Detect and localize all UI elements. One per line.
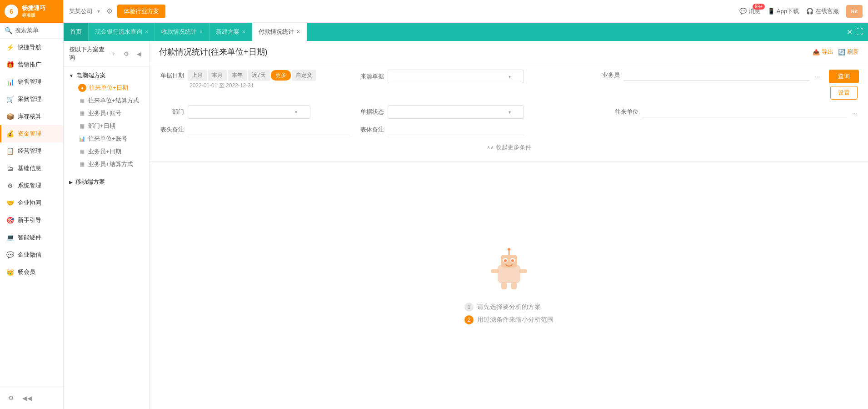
- scheme-table-icon: ▦: [78, 122, 85, 130]
- app-download-btn[interactable]: 📱 App下载: [768, 7, 799, 15]
- tip-num-1: 1: [464, 303, 474, 312]
- sidebar-item-label: 快捷导航: [18, 43, 41, 51]
- tab-cash-flow[interactable]: 现金银行流水查询 ×: [89, 23, 155, 41]
- tip-num-2: 2: [464, 315, 474, 324]
- tab-payment-stat[interactable]: 付款情况统计 ×: [252, 23, 307, 41]
- user-avatar[interactable]: Rit: [846, 5, 863, 18]
- scheme-item-unit-account[interactable]: 📊 往来单位+账号: [69, 132, 144, 145]
- sidebar-item-sales[interactable]: 📊 销售管理: [0, 73, 63, 91]
- export-btn[interactable]: 📤 导出: [813, 48, 833, 56]
- message-badge: 99+: [753, 4, 765, 10]
- svg-rect-11: [511, 282, 517, 289]
- tab-maximize-btn[interactable]: ⛶: [856, 28, 863, 36]
- svg-point-4: [504, 259, 507, 262]
- partner-dots-btn[interactable]: ...: [850, 109, 859, 116]
- mobile-scheme-group-title[interactable]: ▶ 移动端方案: [69, 176, 144, 188]
- service-btn[interactable]: 🎧 在线客服: [806, 7, 839, 15]
- scheme-panel-collapse-btn[interactable]: ◀: [134, 49, 144, 59]
- tab-cash-flow-close[interactable]: ×: [145, 29, 148, 35]
- sidebar-item-label: 营销推广: [18, 61, 41, 69]
- topbar-gear-icon[interactable]: ⚙: [106, 7, 113, 15]
- tab-cash-flow-label: 现金银行流水查询: [95, 28, 142, 36]
- scheme-item-staff-account[interactable]: ▦ 业务员+账号: [69, 107, 144, 120]
- gear-icon: ⚙: [124, 50, 129, 57]
- sidebar-item-system[interactable]: ⚙ 系统管理: [0, 177, 63, 194]
- sidebar-item-purchase[interactable]: 🛒 采购管理: [0, 91, 63, 108]
- svg-rect-1: [501, 255, 517, 268]
- purchase-icon: 🛒: [6, 95, 14, 103]
- table-header-note-input[interactable]: [188, 124, 350, 135]
- doc-status-dropdown-icon: ▾: [509, 110, 511, 115]
- svg-point-9: [508, 248, 510, 251]
- sidebar-item-collab[interactable]: 🤝 企业协同: [0, 194, 63, 212]
- sidebar-item-basic[interactable]: 🗂 基础信息: [0, 160, 63, 177]
- this-year-btn[interactable]: 本年: [228, 70, 247, 81]
- sidebar-item-marketing[interactable]: 🎁 营销推广: [0, 56, 63, 73]
- sidebar-collapse-btn[interactable]: ◀◀: [21, 392, 34, 404]
- dept-filter-label: 部门: [159, 108, 184, 116]
- scheme-settings-btn[interactable]: ⚙: [121, 49, 131, 59]
- staff-dots-btn[interactable]: ...: [813, 72, 822, 79]
- collapse-more-btn[interactable]: ∧∧ 收起更多条件: [483, 140, 535, 155]
- tab-receipt-stat-close[interactable]: ×: [200, 29, 203, 35]
- scheme-item-label: 业务员+日期: [88, 147, 121, 156]
- workspace-dropdown-icon[interactable]: ▾: [97, 8, 100, 15]
- sidebar-item-label: 经营管理: [18, 147, 41, 155]
- tabbar-actions: ✕ ⛶: [842, 23, 868, 41]
- tab-close-all-btn[interactable]: ✕: [847, 28, 853, 36]
- sidebar-item-label: 新手引导: [18, 216, 41, 224]
- filter-settings-btn[interactable]: 设置: [830, 86, 858, 100]
- scheme-item-unit-settle[interactable]: ▦ 往来单位+结算方式: [69, 94, 144, 107]
- tab-new-scheme-close[interactable]: ×: [242, 29, 245, 35]
- add-icon: +: [112, 50, 115, 57]
- staff-input[interactable]: [624, 70, 809, 81]
- scheme-item-dept-date[interactable]: ▦ 部门+日期: [69, 120, 144, 132]
- custom-date-btn[interactable]: 自定义: [292, 70, 316, 81]
- svg-point-5: [511, 259, 514, 262]
- refresh-icon: 🔄: [838, 49, 845, 56]
- tab-payment-stat-close[interactable]: ×: [297, 29, 300, 35]
- sidebar-item-label: 企业微信: [18, 251, 41, 259]
- sidebar-item-quick-nav[interactable]: ⚡ 快捷导航: [0, 39, 63, 56]
- sidebar-item-member[interactable]: 👑 畅会员: [0, 263, 63, 281]
- sidebar-settings-btn[interactable]: ⚙: [5, 392, 17, 404]
- source-select[interactable]: ▾: [388, 70, 524, 83]
- tab-new-scheme[interactable]: 新建方案 ×: [210, 23, 252, 41]
- search-menu[interactable]: 🔍 搜索菜单: [0, 23, 63, 39]
- message-btn[interactable]: 💬 消息 99+: [739, 7, 760, 15]
- scheme-item-unit-date[interactable]: ● 往来单位+日期: [69, 81, 144, 94]
- trial-btn[interactable]: 体验行业方案: [117, 5, 165, 18]
- desktop-scheme-group-title[interactable]: ▼ 电脑端方案: [69, 70, 144, 81]
- last-month-btn[interactable]: 上月: [188, 70, 207, 81]
- chevron-right-icon: ▶: [69, 180, 73, 185]
- refresh-btn[interactable]: 🔄 刷新: [838, 48, 859, 56]
- topbar-right: 💬 消息 99+ 📱 App下载 🎧 在线客服 Rit: [739, 5, 863, 18]
- more-date-btn[interactable]: 更多: [271, 70, 291, 81]
- dept-select[interactable]: ▾: [188, 105, 310, 119]
- empty-tip-1: 1 请先选择要分析的方案: [464, 303, 554, 312]
- scheme-item-staff-date[interactable]: ▦ 业务员+日期: [69, 145, 144, 158]
- scheme-add-btn[interactable]: +: [109, 49, 119, 59]
- query-btn[interactable]: 查询: [829, 70, 859, 83]
- source-filter-label: 来源单据: [359, 72, 384, 81]
- sidebar-item-inventory[interactable]: 📦 库存核算: [0, 108, 63, 125]
- sidebar-item-label: 库存核算: [18, 112, 41, 121]
- scheme-item-staff-settle[interactable]: ▦ 业务员+结算方式: [69, 158, 144, 171]
- sidebar-item-wechat[interactable]: 💬 企业微信: [0, 246, 63, 263]
- last-7days-btn[interactable]: 近7天: [248, 70, 270, 81]
- workspace-name: 某某公司: [69, 7, 93, 15]
- sidebar-item-operation[interactable]: 📋 经营管理: [0, 142, 63, 160]
- this-month-btn[interactable]: 本月: [208, 70, 227, 81]
- partner-input[interactable]: [642, 106, 847, 117]
- app-download-label: App下载: [777, 7, 799, 15]
- sidebar-item-guide[interactable]: 🎯 新手引导: [0, 212, 63, 229]
- doc-status-select[interactable]: ▾: [388, 105, 524, 119]
- table-body-note-input[interactable]: [388, 124, 524, 135]
- hardware-icon: 💻: [6, 233, 14, 242]
- sidebar-item-finance[interactable]: 💰 资金管理: [0, 125, 63, 142]
- tab-home[interactable]: 首页: [64, 23, 89, 41]
- sidebar-item-label: 资金管理: [18, 130, 41, 138]
- tab-receipt-stat[interactable]: 收款情况统计 ×: [155, 23, 210, 41]
- sidebar-item-hardware[interactable]: 💻 智能硬件: [0, 229, 63, 246]
- tab-new-scheme-label: 新建方案: [216, 28, 239, 36]
